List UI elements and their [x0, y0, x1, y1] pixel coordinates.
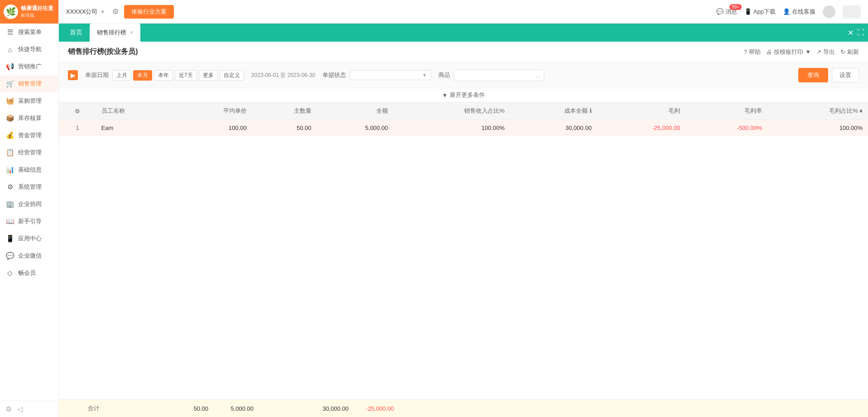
col-header-settings: ⚙ — [59, 102, 96, 120]
expand-more-button[interactable]: ▼ 展开更多条件 — [442, 91, 485, 99]
marketing-icon: 📢 — [5, 62, 14, 71]
cell-name: Eam — [96, 120, 174, 136]
tabbar-actions: ✕ ⛶ — [848, 29, 864, 37]
help-icon: ? — [744, 48, 747, 55]
sidebar-item-app-center[interactable]: 📱 应用中心 — [0, 230, 58, 247]
date-quick-buttons: 上月本月本年近7天更多自定义 — [112, 70, 244, 81]
topbar-settings-icon[interactable]: ⚙ — [112, 7, 119, 16]
print-icon: 🖨 — [766, 48, 772, 55]
help-button[interactable]: ? 帮助 — [744, 48, 761, 56]
system-icon: ⚙ — [5, 183, 14, 191]
logo-text: 畅康通好生意 标准版 — [21, 5, 53, 19]
page-header: 销售排行榜(按业务员) ? 帮助 🖨 按模板打印 ▼ ↗ 导出 ↻ 刷新 — [59, 42, 868, 62]
tab-maximize-icon[interactable]: ⛶ — [857, 29, 864, 37]
date-btn-1[interactable]: 本月 — [133, 70, 152, 81]
quick-nav-label: 快捷导航 — [18, 45, 42, 53]
cell-gross: -25,000.00 — [597, 120, 686, 136]
sidebar-item-finance[interactable]: 💰 资金管理 — [0, 127, 58, 144]
filter-collapse-button[interactable]: ▶ — [68, 70, 78, 80]
sidebar-item-operation[interactable]: 📋 经营管理 — [0, 144, 58, 161]
cell-rank: 1 — [59, 120, 96, 136]
company-selector[interactable]: XXXXX公司 ▼ — [66, 8, 105, 16]
refresh-button[interactable]: ↻ 刷新 — [840, 48, 859, 56]
sidebar-item-marketing[interactable]: 📢 营销推广 — [0, 58, 58, 75]
user-avatar[interactable] — [823, 5, 835, 18]
tab-close-icon[interactable]: × — [130, 29, 133, 36]
query-button[interactable]: 查询 — [798, 68, 828, 82]
cell-gross_rate: -500.00% — [686, 120, 767, 136]
col-header-gross_rate: 毛利率 — [686, 102, 767, 120]
export-icon: ↗ — [816, 48, 821, 55]
service-icon: 👤 — [783, 8, 790, 15]
col-header-gross_pct: 毛利占比% ♦ — [767, 102, 868, 120]
sidebar-item-quick-nav[interactable]: ⌂ 快捷导航 — [0, 41, 58, 58]
basic-info-icon: 📊 — [5, 166, 14, 174]
finance-label: 资金管理 — [18, 131, 42, 139]
enterprise-label: 企业协同 — [18, 200, 42, 208]
wechat-label: 企业微信 — [18, 252, 42, 260]
print-dropdown-icon: ▼ — [805, 48, 811, 55]
message-button[interactable]: 💬 消息 99+ — [716, 8, 737, 16]
marketing-label: 营销推广 — [18, 62, 42, 71]
inventory-icon: 📦 — [5, 114, 14, 122]
sidebar-item-inventory[interactable]: 📦 库存核算 — [0, 110, 58, 127]
sales-label: 销售管理 — [18, 80, 42, 88]
date-btn-3[interactable]: 近7天 — [175, 70, 197, 81]
expand-more-section: ▼ 展开更多条件 — [59, 88, 868, 102]
operation-label: 经营管理 — [18, 149, 42, 157]
tab-close-window-icon[interactable]: ✕ — [848, 29, 854, 37]
company-name: XXXXX公司 — [66, 8, 97, 16]
sidebar-item-search-order[interactable]: ☰ 搜索菜单 — [0, 24, 58, 41]
sidebar-item-basic-info[interactable]: 📊 基础信息 — [0, 161, 58, 178]
search-order-icon: ☰ — [5, 28, 14, 36]
date-btn-4[interactable]: 更多 — [199, 70, 218, 81]
goods-input[interactable]: ... — [454, 70, 544, 81]
date-btn-2[interactable]: 本年 — [154, 70, 173, 81]
tab-home[interactable]: 首页 — [62, 24, 90, 42]
sidebar-collapse-icon[interactable]: ◁ — [17, 405, 23, 413]
date-filter-group: 单据日期 上月本月本年近7天更多自定义 — [85, 70, 244, 81]
col-header-sales_pct: 销售收入占比% — [393, 102, 510, 120]
doc-status-select[interactable]: ▼ — [350, 70, 431, 80]
doc-status-label: 单据状态 — [322, 71, 346, 79]
topbar-right: 💬 消息 99+ 📱 App下载 👤 在线客服 — [716, 5, 861, 18]
date-btn-0[interactable]: 上月 — [112, 70, 131, 81]
cell-gross_pct: 100.00% — [767, 120, 868, 136]
settings-button[interactable]: 设置 — [832, 68, 859, 82]
sidebar-item-system[interactable]: ⚙ 系统管理 — [0, 178, 58, 196]
table-footer: 合计50.005,000.0030,000.00-25,000.00 — [59, 399, 868, 417]
sidebar-settings-icon[interactable]: ⚙ — [5, 405, 12, 413]
page-title: 销售排行榜(按业务员) — [68, 47, 744, 57]
topbar: XXXXX公司 ▼ ⚙ 体验行业方案 💬 消息 99+ 📱 App下载 👤 在线… — [59, 0, 868, 24]
quick-nav-icon: ⌂ — [5, 46, 14, 53]
sidebar-item-enterprise[interactable]: 🏢 企业协同 — [0, 196, 58, 213]
purchase-icon: 🧺 — [5, 97, 14, 105]
goods-more-icon: ... — [535, 72, 540, 79]
table-header-row: ⚙员工名称平均单价主数量全额销售收入占比%成本全额 ℹ毛利毛利率毛利占比% ♦ — [59, 102, 868, 120]
date-filter-label: 单据日期 — [85, 71, 109, 79]
inventory-label: 库存核算 — [18, 114, 42, 122]
operation-icon: 📋 — [5, 149, 14, 157]
trial-button[interactable]: 体验行业方案 — [124, 5, 174, 19]
footer-cell: 5,000.00 — [214, 405, 259, 412]
sidebar-item-purchase[interactable]: 🧺 采购管理 — [0, 92, 58, 110]
table-row: 1Eam100.0050.005,000.00100.00%30,000.00-… — [59, 120, 868, 136]
sidebar-item-guide[interactable]: 📖 新手引导 — [0, 213, 58, 230]
sidebar-item-member[interactable]: ◇ 畅会员 — [0, 264, 58, 282]
export-button[interactable]: ↗ 导出 — [816, 48, 835, 56]
sales-icon: 🛒 — [5, 80, 14, 88]
user-name-display — [843, 5, 861, 18]
finance-icon: 💰 — [5, 131, 14, 139]
col-header-qty: 主数量 — [252, 102, 317, 120]
refresh-icon: ↻ — [840, 48, 845, 55]
company-arrow-icon: ▼ — [100, 9, 105, 14]
date-btn-5[interactable]: 自定义 — [220, 70, 244, 81]
print-button[interactable]: 🖨 按模板打印 ▼ — [766, 48, 811, 56]
app-download-button[interactable]: 📱 App下载 — [744, 8, 776, 16]
online-service-button[interactable]: 👤 在线客服 — [783, 8, 815, 16]
sidebar-item-sales[interactable]: 🛒 销售管理 — [0, 75, 58, 92]
tab-sales-ranking[interactable]: 销售排行榜 × — [90, 24, 140, 42]
member-label: 畅会员 — [18, 269, 36, 277]
sidebar-item-wechat[interactable]: 💬 企业微信 — [0, 247, 58, 264]
logo-icon: 🌿 — [4, 5, 18, 19]
